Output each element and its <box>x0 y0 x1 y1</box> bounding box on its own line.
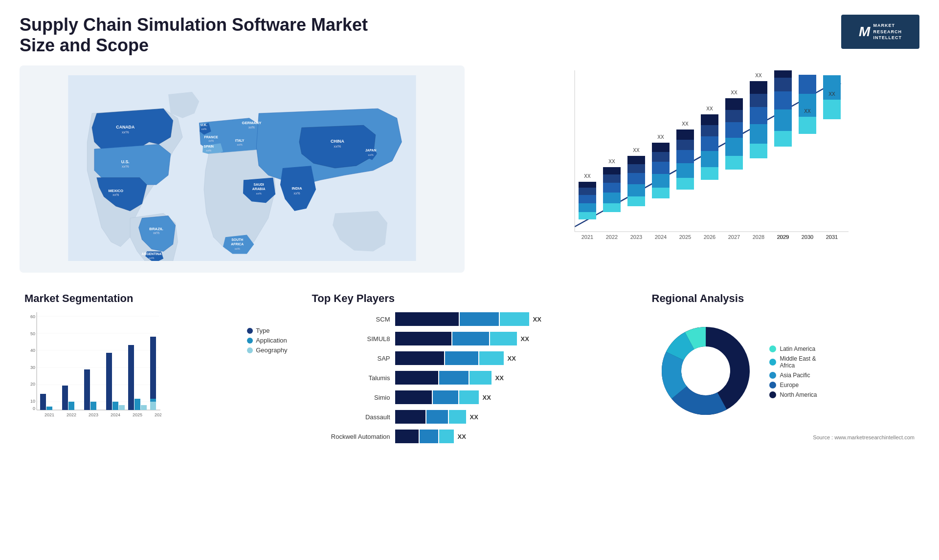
svg-text:2024: 2024 <box>111 412 120 417</box>
world-map: CANADA xx% U.S. xx% MEXICO xx% BRAZIL xx… <box>29 75 455 261</box>
legend-type-dot <box>247 328 253 334</box>
svg-rect-141 <box>112 402 118 410</box>
svg-rect-94 <box>774 78 792 91</box>
bar-chart-area: XX 2021 XX 2022 XX 2023 <box>484 70 910 256</box>
regional-legend: Latin America Middle East &Africa Asia P… <box>769 345 817 401</box>
svg-text:40: 40 <box>30 348 35 353</box>
svg-rect-145 <box>134 399 140 410</box>
svg-rect-140 <box>106 353 112 410</box>
player-row-scm: SCM XX <box>312 312 627 326</box>
svg-rect-95 <box>774 70 792 78</box>
player-row-simio: Simio XX <box>312 390 627 404</box>
svg-rect-133 <box>68 402 74 410</box>
svg-rect-52 <box>627 164 645 173</box>
player-bar-dassault: XX <box>395 410 627 424</box>
logo-area: M MARKETRESEARCHINTELLECT <box>841 15 919 49</box>
svg-text:AFRICA: AFRICA <box>231 242 244 246</box>
svg-text:XX: XX <box>657 134 664 140</box>
svg-text:FRANCE: FRANCE <box>204 135 218 139</box>
svg-rect-51 <box>627 173 645 184</box>
svg-text:XX: XX <box>706 106 713 111</box>
svg-text:0: 0 <box>33 406 35 411</box>
svg-text:2021: 2021 <box>581 234 593 240</box>
growth-chart-container: XX 2021 XX 2022 XX 2023 <box>474 65 919 273</box>
player-xx-simul8: XX <box>521 335 529 343</box>
segmentation-title: Market Segmentation <box>24 292 288 305</box>
svg-text:50: 50 <box>30 331 35 336</box>
dot-asia-pacific <box>769 372 776 379</box>
legend-app-label: Application <box>256 337 287 344</box>
svg-text:XX: XX <box>608 159 615 164</box>
svg-rect-79 <box>725 122 743 138</box>
player-bar-simul8: XX <box>395 332 627 345</box>
player-row-talumis: Talumis XX <box>312 371 627 385</box>
svg-text:2027: 2027 <box>728 234 740 240</box>
svg-rect-129 <box>46 407 52 410</box>
svg-text:MEXICO: MEXICO <box>108 189 123 193</box>
donut-chart <box>652 317 760 425</box>
svg-rect-53 <box>627 156 645 164</box>
svg-text:xx%: xx% <box>237 143 243 146</box>
source-text: Source : www.marketresearchintellect.com <box>652 434 915 440</box>
svg-text:2024: 2024 <box>655 234 667 240</box>
player-bar-simio: XX <box>395 390 627 404</box>
svg-rect-87 <box>750 94 767 107</box>
players-chart: SCM XX SIMUL8 <box>312 312 627 443</box>
key-players-container: Top Key Players SCM XX SIMUL8 <box>302 287 637 454</box>
svg-rect-150 <box>150 402 156 410</box>
svg-text:2031: 2031 <box>826 234 838 240</box>
svg-rect-85 <box>750 124 767 144</box>
svg-text:SOUTH: SOUTH <box>231 238 243 241</box>
svg-rect-84 <box>750 144 767 158</box>
svg-rect-97 <box>799 117 816 134</box>
svg-rect-77 <box>725 156 743 170</box>
logo-letter: M <box>859 24 870 40</box>
player-xx-talumis: XX <box>495 374 504 382</box>
svg-rect-63 <box>676 178 694 190</box>
svg-rect-66 <box>676 140 694 150</box>
svg-text:xx%: xx% <box>368 153 374 156</box>
svg-rect-78 <box>725 138 743 156</box>
svg-text:xx%: xx% <box>235 247 240 250</box>
player-xx-simio: XX <box>483 394 491 401</box>
svg-rect-36 <box>579 203 596 212</box>
key-players-title: Top Key Players <box>312 292 627 305</box>
svg-rect-59 <box>652 152 670 162</box>
dot-north-america <box>769 391 776 398</box>
map-container: CANADA xx% U.S. xx% MEXICO xx% BRAZIL xx… <box>20 65 465 273</box>
bar-chart-svg: XX 2021 XX 2022 XX 2023 <box>484 70 910 256</box>
top-section: CANADA xx% U.S. xx% MEXICO xx% BRAZIL xx… <box>20 65 919 273</box>
player-bar-talumis: XX <box>395 371 627 385</box>
svg-text:XX: XX <box>633 148 640 153</box>
player-name-dassault: Dassault <box>312 413 390 421</box>
player-bar-rockwell: XX <box>395 430 627 443</box>
svg-rect-74 <box>701 114 718 125</box>
player-row-simul8: SIMUL8 XX <box>312 332 627 345</box>
legend-type-label: Type <box>256 327 269 334</box>
svg-rect-65 <box>676 150 694 163</box>
svg-text:2025: 2025 <box>679 234 691 240</box>
svg-text:2023: 2023 <box>630 234 642 240</box>
svg-rect-101 <box>823 100 841 119</box>
logo-text: MARKETRESEARCHINTELLECT <box>873 22 902 41</box>
svg-text:2029: 2029 <box>777 234 789 240</box>
svg-rect-144 <box>128 345 134 410</box>
svg-rect-35 <box>579 212 596 219</box>
svg-text:2026: 2026 <box>155 412 161 417</box>
svg-rect-58 <box>652 162 670 174</box>
legend-geo-dot <box>247 347 253 353</box>
svg-rect-81 <box>725 98 743 110</box>
svg-rect-43 <box>603 193 621 203</box>
dot-latin-america <box>769 345 776 352</box>
legend-europe: Europe <box>769 382 817 388</box>
svg-text:GERMANY: GERMANY <box>242 121 262 125</box>
player-row-dassault: Dassault XX <box>312 410 627 424</box>
svg-rect-142 <box>119 405 125 410</box>
legend-application: Application <box>247 337 287 344</box>
svg-rect-56 <box>652 188 670 198</box>
player-name-rockwell: Rockwell Automation <box>312 433 390 440</box>
svg-text:xx%: xx% <box>122 130 129 134</box>
svg-rect-91 <box>774 131 792 147</box>
regional-container: Regional Analysis <box>647 287 920 454</box>
svg-text:60: 60 <box>30 314 35 319</box>
